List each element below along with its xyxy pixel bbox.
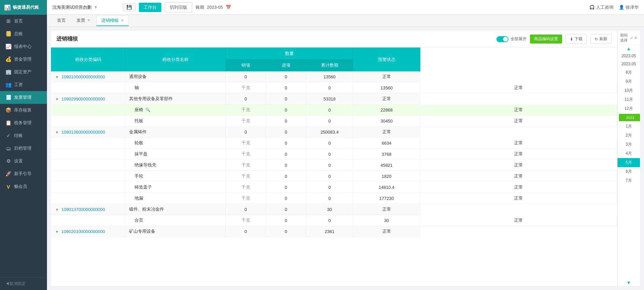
expand-toggle[interactable]: 全部展开 [496, 36, 527, 42]
collapse-icon[interactable]: ▼ [55, 130, 59, 134]
tab-invoice-label: 发票 [76, 17, 85, 23]
tab-reconcile-close[interactable]: ✕ [121, 18, 124, 23]
company-selector[interactable]: 沈海英测试经营勿删 ▼ [52, 4, 119, 10]
sidebar-item-home[interactable]: ⊞ 首页 [0, 15, 47, 27]
table-total-cell: 30 [353, 215, 420, 226]
sidebar-item-ledger[interactable]: 📒 总账 [0, 27, 47, 40]
month-list: 2023.052023.058月9月10月11月12月20231月2月3月4月5… [618, 52, 640, 279]
sidebar-item-assets[interactable]: 🏢 固定资产 [0, 66, 47, 78]
save-button[interactable]: 💾 [123, 3, 136, 11]
period-month-item[interactable]: 1月 [618, 122, 640, 131]
assets-icon: 🏢 [5, 69, 11, 75]
service-label: 人工咨询 [596, 4, 613, 10]
sidebar-item-member[interactable]: V 畅会员 [0, 180, 47, 193]
service-button[interactable]: 🎧 人工咨询 [589, 4, 613, 10]
inventory-icon: 📦 [5, 107, 11, 113]
table-unit-sales: 千克 [226, 104, 266, 116]
sidebar-item-archive[interactable]: 🗂 归档管理 [0, 142, 47, 155]
table-purchase-cell: 0 [306, 149, 353, 160]
panel-expand-icon[interactable]: ⤢ [630, 36, 633, 40]
table-sales-cell: 0 [266, 215, 306, 226]
collapse-icon[interactable]: ▼ [55, 208, 59, 212]
refresh-button[interactable]: ↻ 刷新 [590, 34, 612, 44]
table-name-cell: 通用设备 [125, 71, 226, 82]
period-month-item[interactable]: 2023.05 [618, 52, 640, 60]
period-month-item[interactable]: 2月 [618, 131, 640, 140]
period-month-item[interactable]: 10月 [618, 86, 640, 95]
table-purchase-cell: 0 [266, 226, 306, 237]
table-code-cell [51, 116, 125, 127]
collapse-icon[interactable]: ▼ [55, 230, 59, 234]
sidebar-item-close[interactable]: ✓ 结账 [0, 129, 47, 142]
table-purchase-cell: 0 [306, 182, 353, 193]
tab-invoice[interactable]: 发票 ✕ [72, 15, 95, 26]
table-total-cell: 14810.4 [353, 182, 420, 193]
member-icon: V [5, 184, 11, 190]
period-month-item[interactable]: 11月 [618, 95, 640, 104]
tab-home[interactable]: 首页 [52, 15, 70, 26]
download-button[interactable]: ⬇ 下载 [566, 34, 587, 44]
period-month-item[interactable]: 6月 [618, 167, 640, 176]
tab-reconcile[interactable]: 进销稽核 ✕ [96, 15, 129, 26]
sidebar-item-payroll[interactable]: 👥 工资 [0, 78, 47, 91]
reconcile-table: 税收分类编码 税收分类名称 数量 预警状态 [51, 48, 617, 237]
table-total-cell: 53318 [306, 93, 353, 104]
product-code-button[interactable]: 商品编码设置 [530, 34, 562, 44]
period-month-item[interactable]: 4月 [618, 149, 640, 158]
page-header-actions: 全部展开 商品编码设置 ⬇ 下载 ↻ 刷新 [496, 34, 612, 44]
tab-invoice-close[interactable]: ✕ [87, 18, 90, 22]
refresh-icon: ↻ [595, 37, 598, 42]
table-row: ▼ 109020100000000000 [51, 226, 125, 237]
table-sales-cell: 0 [266, 193, 306, 204]
sidebar-item-tax[interactable]: 📋 税务管理 [0, 117, 47, 129]
period-down-arrow[interactable]: ▼ [625, 279, 633, 286]
th-tax-name: 税收分类名称 [125, 48, 226, 71]
sidebar-item-label: 结账 [14, 133, 23, 139]
sidebar-item-label: 畅会员 [14, 184, 27, 190]
payroll-icon: 👥 [5, 82, 11, 88]
sidebar-item-reports[interactable]: 📈 报表中心 [0, 40, 47, 53]
period-up-arrow[interactable]: ▲ [625, 45, 633, 53]
user-menu[interactable]: 👤 徐泽华 [619, 4, 639, 10]
table-status-cell: 正常 [353, 71, 420, 82]
page-header: 进销稽核 全部展开 商品编码设置 ⬇ 下载 ↻ 刷 [51, 31, 617, 48]
table-status-cell: 正常 [420, 82, 617, 93]
table-purchase-cell: 0 [306, 104, 353, 116]
table-sub-name: 轮毂 [125, 138, 226, 149]
period-value: 2023-05 [207, 5, 223, 10]
sidebar-pin-label: ◀取消固定 [5, 281, 25, 287]
collapse-icon[interactable]: ▼ [55, 97, 59, 101]
period-month-item[interactable]: 12月 [618, 104, 640, 113]
period-display: 账期 2023-05 📅 [196, 4, 231, 10]
sidebar-item-label: 新手引导 [14, 171, 32, 177]
sidebar-item-label: 报表中心 [14, 44, 32, 50]
workbench-button[interactable]: 工作台 [139, 3, 161, 12]
sidebar-item-inventory[interactable]: 📦 库存核算 [0, 104, 47, 117]
sidebar-item-guide[interactable]: 🚀 新手引导 [0, 167, 47, 180]
period-month-item[interactable]: 2023.05 [618, 60, 640, 68]
table-purchase-cell: 0 [266, 127, 306, 138]
period-month-item[interactable]: 9月 [618, 77, 640, 86]
period-month-item[interactable]: 7月 [618, 176, 640, 185]
period-month-item[interactable]: 8月 [618, 68, 640, 77]
period-month-item[interactable]: 3月 [618, 140, 640, 149]
toggle-track[interactable] [496, 36, 508, 42]
search-icon[interactable]: 🔍 [145, 107, 150, 112]
table-sub-name: 托板 [125, 116, 226, 127]
table-status-cell: 正常 [420, 116, 617, 127]
panel-close-icon[interactable]: ✕ [634, 36, 637, 40]
period-month-active[interactable]: 5月 [618, 158, 640, 167]
table-code-cell [51, 160, 125, 171]
table-total-cell: 1820 [353, 171, 420, 182]
sidebar-item-invoices[interactable]: 🧾 发票管理 [0, 91, 47, 104]
table-row: ▼ 109029900000000000 [51, 93, 125, 104]
sidebar-pin-toggle[interactable]: ◀取消固定 [0, 277, 47, 290]
table-sales-cell: 0 [266, 82, 306, 93]
sidebar-item-funds[interactable]: 💰 资金管理 [0, 53, 47, 66]
table-sub-name: 座椅 🔍 [125, 104, 226, 116]
collapse-icon[interactable]: ▼ [55, 75, 59, 79]
table-row: ▼ 109010000000000000 [51, 71, 125, 82]
switch-version-button[interactable]: 切到旧版 [165, 2, 192, 12]
sidebar-item-settings[interactable]: ⚙ 设置 [0, 155, 47, 167]
calendar-icon[interactable]: 📅 [226, 5, 231, 10]
